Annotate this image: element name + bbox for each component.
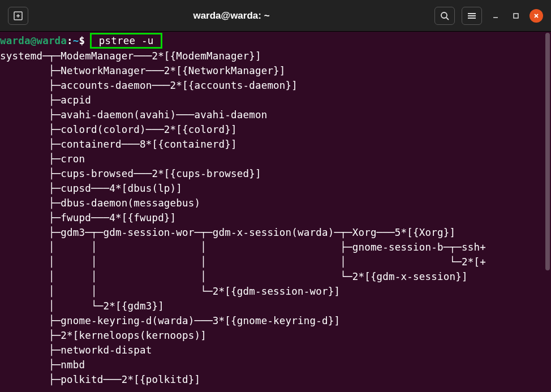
minimize-button[interactable]: [489, 9, 502, 23]
maximize-button[interactable]: [509, 9, 523, 23]
terminal-content[interactable]: warda@warda:~$ pstree -u systemd─┬─Modem…: [0, 32, 551, 388]
titlebar-right: [434, 7, 543, 25]
close-button[interactable]: [530, 9, 543, 23]
output-line: ├─fwupd───4*[{fwupd}]: [0, 212, 176, 223]
output-line: ├─cupsd───4*[dbus(lp)]: [0, 183, 182, 194]
output-line: │ │ │ ├─gnome-session-b─┬─ssh+: [0, 242, 486, 253]
output-line: ├─2*[kerneloops(kernoops)]: [0, 330, 206, 341]
output-line: │ │ │ └─2*[{gdm-x-session}]: [0, 271, 468, 282]
prompt-path: ~: [73, 35, 79, 46]
output-line: │ │ └─2*[{gdm-session-wor}]: [0, 286, 340, 297]
output-line: ├─acpid: [0, 94, 91, 106]
svg-rect-6: [514, 14, 518, 18]
output-line: ├─dbus-daemon(messagebus): [0, 197, 200, 209]
scrollbar[interactable]: [545, 33, 550, 270]
titlebar-left: [8, 7, 28, 25]
hamburger-icon: [468, 12, 476, 19]
output-line: ├─gdm3─┬─gdm-session-wor─┬─gdm-x-session…: [0, 227, 455, 238]
prompt-user-host: warda@warda: [0, 35, 67, 46]
svg-point-3: [441, 12, 447, 18]
prompt-separator: :: [67, 35, 73, 46]
output-line: ├─nmbd: [0, 359, 85, 371]
output-line: ├─cron: [0, 153, 85, 165]
new-tab-button[interactable]: [8, 7, 28, 25]
output-line: ├─polkitd───2*[{polkitd}]: [0, 374, 200, 385]
minimize-icon: [492, 12, 499, 19]
search-button[interactable]: [434, 7, 455, 25]
output-line: │ └─2*[{gdm3}]: [0, 300, 164, 312]
new-tab-icon: [13, 11, 23, 21]
output-line: ├─accounts-daemon───2*[{accounts-daemon}…: [0, 80, 298, 91]
command-highlight: pstree -u: [90, 33, 162, 49]
window-title: warda@warda: ~: [28, 10, 434, 21]
menu-button[interactable]: [462, 7, 482, 25]
svg-line-4: [446, 18, 449, 20]
output-line: ├─cups-browsed───2*[{cups-browsed}]: [0, 168, 261, 179]
output-line: ├─containerd───8*[{containerd}]: [0, 139, 237, 150]
search-icon: [440, 11, 449, 20]
prompt-dollar: $: [79, 35, 85, 46]
output-line: │ │ │ │ └─2*[+: [0, 256, 486, 268]
output-line: systemd─┬─ModemManager───2*[{ModemManage…: [0, 50, 261, 62]
output-line: ├─networkd-dispat: [0, 344, 152, 356]
output-line: ├─avahi-daemon(avahi)───avahi-daemon: [0, 109, 267, 120]
titlebar: warda@warda: ~: [0, 0, 551, 32]
close-icon: [533, 12, 540, 19]
output-line: ├─colord(colord)───2*[{colord}]: [0, 124, 237, 135]
maximize-icon: [513, 12, 519, 19]
output-line: ├─gnome-keyring-d(warda)───3*[{gnome-key…: [0, 315, 340, 326]
output-line: ├─NetworkManager───2*[{NetworkManager}]: [0, 65, 286, 76]
